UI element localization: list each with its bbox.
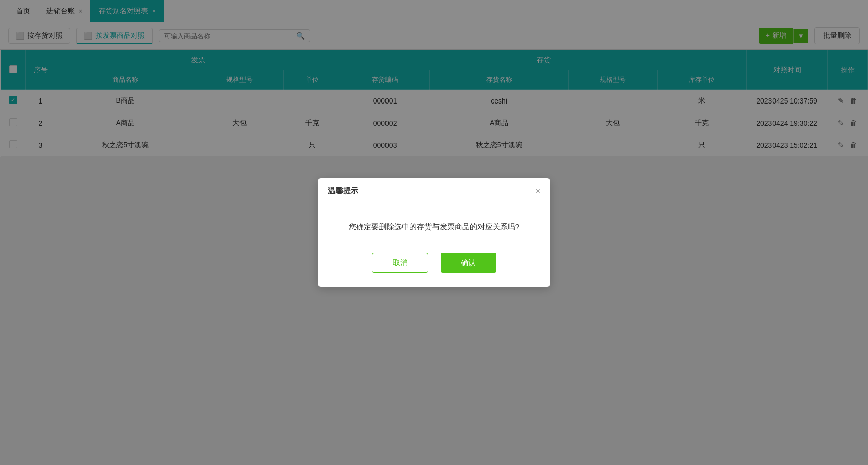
confirm-dialog: 温馨提示 × 您确定要删除选中的存货与发票商品的对应关系吗? 取消 确认 (318, 178, 550, 287)
dialog-title: 温馨提示 (328, 186, 358, 196)
modal-overlay: 温馨提示 × 您确定要删除选中的存货与发票商品的对应关系吗? 取消 确认 (0, 0, 868, 465)
dialog-header: 温馨提示 × (318, 178, 550, 204)
dialog-close-button[interactable]: × (536, 187, 540, 195)
dialog-footer: 取消 确认 (318, 245, 550, 287)
confirm-button[interactable]: 确认 (441, 253, 496, 273)
dialog-body: 您确定要删除选中的存货与发票商品的对应关系吗? (318, 204, 550, 245)
dialog-message: 您确定要删除选中的存货与发票商品的对应关系吗? (349, 222, 519, 231)
cancel-button[interactable]: 取消 (372, 253, 428, 273)
